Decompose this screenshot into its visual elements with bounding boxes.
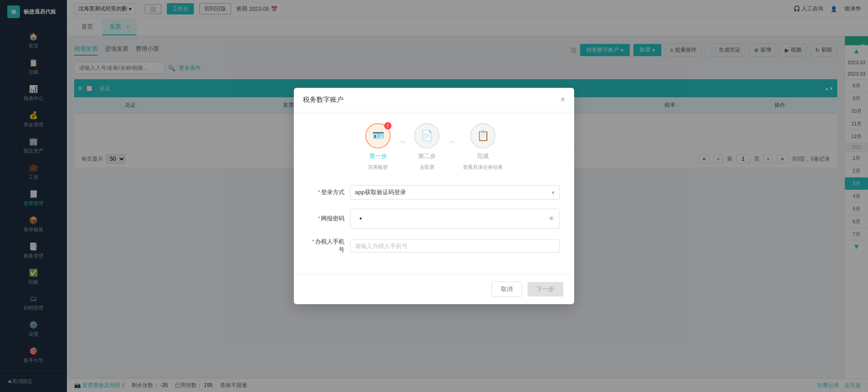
arrow-2: → [447, 136, 456, 158]
password-eye-icon[interactable]: 👁 [548, 215, 555, 222]
step-3-label: 完成 [477, 152, 489, 160]
password-field-wrapper: 👁 [350, 209, 560, 229]
step-1-circle: 🪪 ! [365, 123, 391, 148]
step-1-badge: ! [384, 122, 392, 129]
step-3-icon: 📋 [477, 130, 489, 142]
step-2-desc: 去取票 [420, 164, 434, 171]
modal-overlay: 税务数字账户 × 🪪 ! 第一步 完善账密 → [0, 0, 868, 392]
modal-title: 税务数字账户 [303, 96, 344, 104]
password-input[interactable] [355, 212, 548, 225]
steps: 🪪 ! 第一步 完善账密 → 📄 第二步 去取票 [308, 123, 560, 171]
password-row: 网报密码 👁 [308, 209, 560, 229]
password-label: 网报密码 [308, 215, 344, 223]
step-3-desc: 查看具体任务结果 [463, 164, 503, 171]
step-2: 📄 第二步 去取票 [414, 123, 439, 171]
cancel-btn[interactable]: 取消 [491, 282, 522, 297]
select-arrow-icon: ▾ [552, 189, 555, 196]
modal-close-btn[interactable]: × [560, 95, 565, 105]
login-method-select[interactable]: app获取验证码登录 ▾ [350, 185, 560, 200]
phone-label: 办税人手机号 [308, 238, 344, 254]
step-1: 🪪 ! 第一步 完善账密 [365, 123, 391, 171]
arrow-1: → [398, 136, 407, 158]
step-1-desc: 完善账密 [368, 164, 388, 171]
step-3-circle: 📋 [470, 123, 495, 148]
phone-input[interactable] [350, 239, 560, 253]
step-1-label: 第一步 [369, 152, 387, 160]
modal-body: 🪪 ! 第一步 完善账密 → 📄 第二步 去取票 [294, 112, 574, 274]
step-3: 📋 完成 查看具体任务结果 [463, 123, 503, 171]
phone-row: 办税人手机号 [308, 238, 560, 254]
step-2-label: 第二步 [418, 152, 436, 160]
login-method-label: 登录方式 [308, 188, 344, 196]
next-btn[interactable]: 下一步 [528, 282, 563, 296]
login-method-row: 登录方式 app获取验证码登录 ▾ [308, 185, 560, 200]
step-1-icon: 🪪 [372, 130, 384, 142]
login-method-value: app获取验证码登录 [355, 188, 406, 196]
modal-header: 税务数字账户 × [294, 88, 574, 112]
step-2-circle: 📄 [414, 123, 439, 148]
modal-footer: 取消 下一步 [294, 274, 574, 304]
tax-digital-modal: 税务数字账户 × 🪪 ! 第一步 完善账密 → [294, 88, 574, 304]
step-2-icon: 📄 [421, 130, 433, 142]
